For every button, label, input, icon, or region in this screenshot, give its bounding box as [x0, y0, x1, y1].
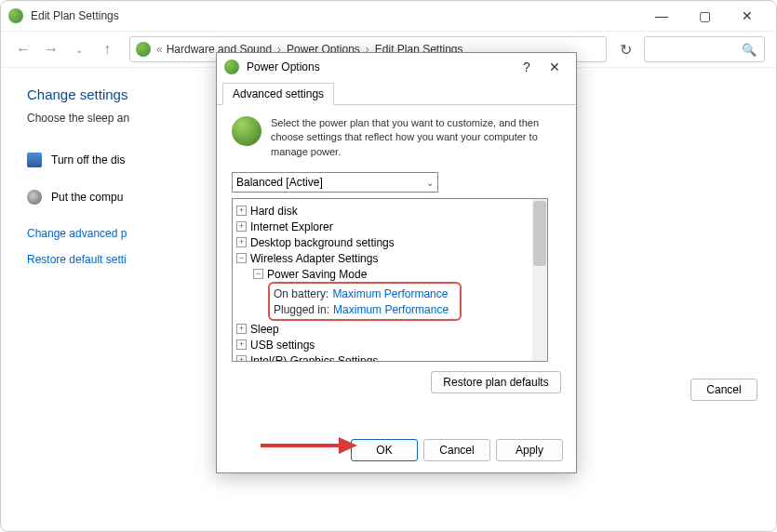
main-cancel-button[interactable]: Cancel: [690, 379, 757, 401]
expand-icon[interactable]: +: [236, 237, 247, 247]
battery-icon: [232, 116, 261, 146]
settings-tree[interactable]: +Hard disk +Internet Explorer +Desktop b…: [232, 198, 548, 362]
power-options-icon: [8, 8, 23, 23]
search-input[interactable]: 🔍: [644, 36, 765, 62]
dialog-close-button[interactable]: ✕: [541, 56, 569, 78]
chevron-down-icon: ⌄: [426, 178, 434, 188]
tab-advanced-settings[interactable]: Advanced settings: [222, 83, 334, 105]
highlighted-settings: On battery:Maximum Performance Plugged i…: [268, 282, 462, 321]
recent-dropdown[interactable]: ⌄: [68, 38, 90, 60]
on-battery-value[interactable]: Maximum Performance: [332, 287, 448, 300]
sleep-icon: [27, 190, 42, 205]
refresh-button[interactable]: ↻: [612, 36, 638, 62]
expand-icon[interactable]: +: [236, 206, 247, 216]
display-icon: [27, 153, 42, 167]
restore-plan-defaults-button[interactable]: Restore plan defaults: [431, 371, 561, 393]
tab-strip: Advanced settings: [217, 81, 576, 105]
minimize-button[interactable]: —: [640, 1, 683, 31]
ok-button[interactable]: OK: [351, 439, 418, 461]
expand-icon[interactable]: +: [236, 339, 247, 350]
plan-select[interactable]: Balanced [Active] ⌄: [232, 172, 438, 193]
plugged-in-label: Plugged in:: [274, 303, 329, 316]
window-title: Edit Plan Settings: [31, 9, 640, 22]
breadcrumb-icon: [136, 42, 151, 57]
expand-icon[interactable]: +: [236, 355, 247, 362]
dialog-titlebar: Power Options ? ✕: [217, 53, 576, 81]
dialog-info-text: Select the power plan that you want to c…: [271, 116, 561, 159]
titlebar: Edit Plan Settings — ▢ ✕: [1, 1, 776, 31]
power-options-dialog: Power Options ? ✕ Advanced settings Sele…: [216, 52, 577, 473]
dialog-icon: [224, 60, 239, 74]
back-button[interactable]: ←: [12, 38, 34, 60]
collapse-icon[interactable]: −: [236, 253, 247, 263]
up-button[interactable]: ↑: [96, 38, 118, 60]
scrollbar-thumb[interactable]: [533, 201, 546, 266]
dialog-title: Power Options: [247, 60, 513, 73]
on-battery-label: On battery:: [274, 287, 328, 300]
forward-button[interactable]: →: [40, 38, 62, 60]
collapse-icon[interactable]: −: [253, 269, 263, 279]
expand-icon[interactable]: +: [236, 221, 247, 232]
apply-button[interactable]: Apply: [496, 439, 563, 461]
search-icon: 🔍: [742, 43, 757, 57]
scrollbar[interactable]: [532, 199, 547, 361]
close-button[interactable]: ✕: [726, 1, 769, 31]
plugged-in-value[interactable]: Maximum Performance: [333, 303, 449, 316]
cancel-button[interactable]: Cancel: [423, 439, 490, 461]
help-button[interactable]: ?: [513, 56, 541, 78]
expand-icon[interactable]: +: [236, 324, 247, 334]
maximize-button[interactable]: ▢: [683, 1, 726, 31]
